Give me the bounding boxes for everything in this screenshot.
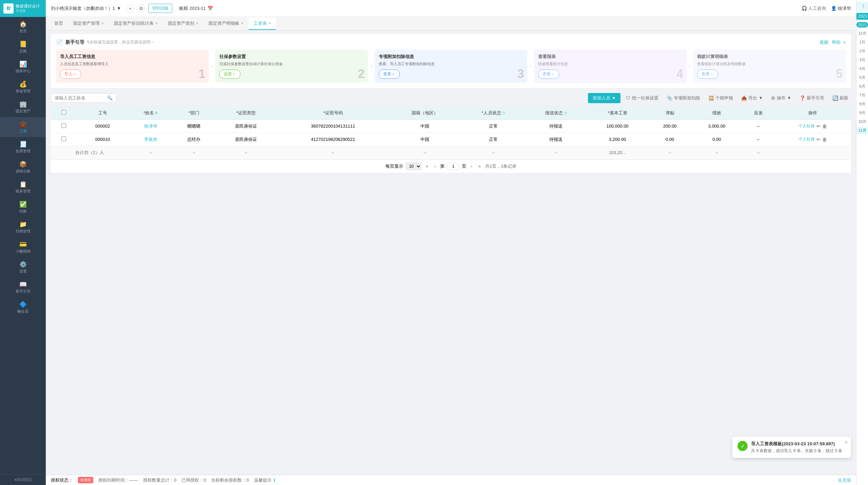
right-panel-expand-btn[interactable]: 《 [856, 2, 868, 11]
sidebar-item-payroll[interactable]: 💼 工资 [0, 117, 46, 137]
account-settings-btn[interactable]: ⚙ [137, 4, 145, 13]
service-btn[interactable]: 🎧 人工咨询 [802, 5, 826, 12]
tab-payroll[interactable]: 工资表 × [249, 18, 276, 30]
th-status[interactable]: *人员状态 ▽ [461, 107, 526, 120]
right-panel-year-label[interactable]: 2023 [856, 22, 868, 27]
right-panel-month-1[interactable]: 1月 [856, 39, 868, 46]
auth-status-label: 授权状态： [51, 477, 73, 483]
row1-nationality: 中国 [389, 119, 461, 133]
sidebar-item-ledger[interactable]: 📒 总账 [0, 37, 46, 57]
right-panel-month-6[interactable]: 6月 [856, 83, 868, 90]
sidebar-item-inventory[interactable]: 📦 进销台账 [0, 157, 46, 177]
row1-social-security-link[interactable]: 个人社保 [798, 123, 815, 129]
sidebar-item-tax[interactable]: 📋 税务管理 [0, 177, 46, 197]
row1-delete-icon[interactable]: 🗑 [822, 124, 827, 129]
right-panel-month-10[interactable]: 10月 [856, 118, 868, 125]
row2-name[interactable]: 李俊杰 [129, 133, 173, 146]
status-filter-icon[interactable]: ▽ [502, 111, 505, 115]
select-all-checkbox[interactable] [61, 110, 66, 115]
sidebar-item-guide[interactable]: 📖 新手引导 [0, 277, 46, 297]
right-panel-month-12[interactable]: 12月 [856, 30, 868, 37]
summary-dash-1: -- [129, 146, 173, 159]
guide-arrow-2: › [370, 50, 373, 83]
add-employee-btn[interactable]: 添加人员 ▼ [588, 93, 620, 103]
add-account-btn[interactable]: + [126, 4, 134, 13]
tax-report-btn[interactable]: 🧮 个税申报 [706, 93, 736, 103]
row1-checkbox[interactable] [51, 119, 77, 133]
close-tab-detail[interactable]: × [241, 21, 243, 26]
report-status-filter-icon[interactable]: ▽ [564, 111, 567, 115]
sidebar-collapse-btn[interactable]: ◄取消固定 [0, 474, 46, 485]
toast-close-btn[interactable]: × [845, 440, 848, 445]
sidebar-item-assets[interactable]: 🏢 固定资产 [0, 97, 46, 117]
row1-edit-icon[interactable]: ✏ [816, 124, 821, 129]
summary-dash-9: -- [691, 146, 742, 159]
newbie-guide-btn[interactable]: ❓ 新手引导 [797, 93, 827, 103]
row1-name[interactable]: 徐泽华 [129, 119, 173, 133]
sidebar-item-home[interactable]: 🏠 首页 [0, 17, 46, 37]
guide-import-btn[interactable]: 导入＞ [60, 70, 81, 79]
member-icon: 🔷 [19, 301, 27, 308]
sidebar-item-archive[interactable]: 📁 归档管理 [0, 217, 46, 237]
guide-view1-btn[interactable]: 查看＞ [379, 70, 400, 79]
sidebar-item-expense[interactable]: 💳 小畅报销 [0, 237, 46, 257]
inventory-icon: 📦 [19, 161, 27, 168]
guide-view3-btn[interactable]: 查看＞ [697, 70, 718, 79]
operations-btn[interactable]: ⚙ 操作 ▼ [768, 93, 794, 103]
right-panel-month-7[interactable]: 7月 [856, 92, 868, 99]
help-link[interactable]: 帮助 [832, 39, 841, 45]
search-input[interactable] [55, 95, 105, 100]
page-last-btn[interactable]: » [477, 163, 482, 169]
right-panel-month-9[interactable]: 9月 [856, 109, 868, 116]
row2-checkbox[interactable] [51, 133, 77, 146]
search-icon[interactable]: 🔍 [107, 95, 113, 100]
tab-assets[interactable]: 固定资产管理 × [68, 18, 109, 30]
right-panel-month-4[interactable]: 4月 [856, 65, 868, 72]
sidebar-item-funds[interactable]: 💰 资金管理 [0, 77, 46, 97]
period-selector[interactable]: 账期 2023-11 📅 [179, 5, 213, 12]
page-first-btn[interactable]: « [424, 163, 430, 169]
per-page-select[interactable]: 10 20 50 [406, 163, 421, 170]
sidebar-item-reports[interactable]: 📊 报表中心 [0, 57, 46, 77]
page-input[interactable] [447, 163, 459, 170]
th-name[interactable]: *姓名 ⇅ [129, 107, 173, 120]
guide-view2-btn[interactable]: 查看＞ [538, 70, 559, 79]
page-prev-btn[interactable]: ‹ [433, 163, 437, 169]
right-panel-month-2[interactable]: 2月 [856, 48, 868, 55]
close-tab-category[interactable]: × [196, 21, 198, 26]
recharge-link[interactable]: 去充值 [838, 477, 851, 483]
sidebar-item-member[interactable]: 🔷 畅会员 [0, 297, 46, 317]
right-panel-month-5[interactable]: 5月 [856, 74, 868, 81]
tab-detail[interactable]: 固定资产明细账 × [203, 18, 249, 30]
sidebar-item-closing[interactable]: ✅ 结账 [0, 197, 46, 217]
guide-settings-btn[interactable]: 设置＞ [219, 70, 240, 79]
sidebar-item-invoices[interactable]: 🧾 发票管理 [0, 137, 46, 157]
close-tab-assets[interactable]: × [101, 21, 104, 26]
close-tab-payroll[interactable]: × [269, 21, 271, 26]
summary-total: 103,20... [587, 146, 649, 159]
special-deduction-btn[interactable]: 📎 专项附加扣除 [664, 93, 703, 103]
sidebar-item-settings[interactable]: ⚙️ 设置 [0, 257, 46, 277]
export-btn[interactable]: 📤 导出 ▼ [738, 93, 766, 103]
export-icon: 📤 [741, 95, 747, 101]
switch-version-btn[interactable]: 切到旧版 [149, 4, 172, 13]
video-link[interactable]: 视频 [820, 39, 828, 45]
right-panel-month-8[interactable]: 8月 [856, 100, 868, 108]
row2-social-security-link[interactable]: 个人社保 [798, 136, 815, 142]
guide-close-btn[interactable]: × [843, 40, 846, 45]
close-tab-depreciation[interactable]: × [155, 21, 158, 26]
refresh-btn[interactable]: 🔄 刷新 [830, 93, 851, 103]
right-panel-month-3[interactable]: 3月 [856, 56, 868, 63]
social-security-btn[interactable]: 🛡 统一社保设置 [623, 93, 661, 103]
payroll-icon: 💼 [19, 120, 27, 128]
user-menu[interactable]: 👤 徐泽华 [831, 5, 851, 12]
tab-category[interactable]: 固定资产类别 × [163, 18, 203, 30]
right-panel-month-11[interactable]: 11月 [856, 127, 868, 134]
account-selector[interactable]: 刘小艳演示账套（勿删勿动！）1 ▼ [51, 5, 121, 12]
row2-delete-icon[interactable]: 🗑 [822, 137, 827, 142]
row2-edit-icon[interactable]: ✏ [816, 137, 821, 142]
th-report-status[interactable]: 报送状态 ▽ [526, 107, 586, 120]
tab-home[interactable]: 首页 [49, 18, 68, 30]
page-next-btn[interactable]: › [469, 163, 474, 169]
tab-depreciation[interactable]: 固定资产折旧统计表 × [109, 18, 163, 30]
